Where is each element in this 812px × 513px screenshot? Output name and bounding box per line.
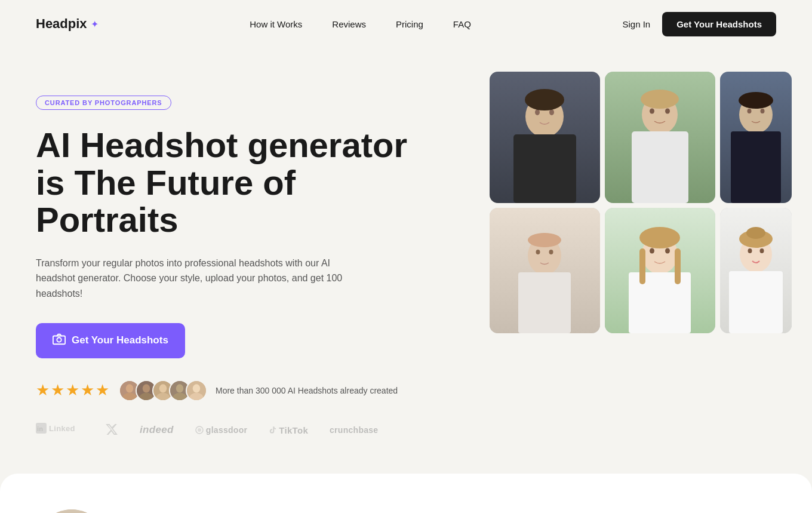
hero-description: Transform your regular photos into profe…: [36, 256, 370, 302]
social-proof-text: More than 300 000 AI Headshots already c…: [216, 386, 398, 395]
hero-title-line2: is The Future of Portraits: [36, 163, 296, 239]
logo-link[interactable]: Headpix ✦: [36, 16, 99, 32]
navbar: Headpix ✦ How it Works Reviews Pricing F…: [0, 0, 812, 48]
svg-rect-42: [518, 272, 571, 333]
hero-title: AI Headshot generator is The Future of P…: [36, 127, 442, 239]
hero-image-1: [490, 72, 600, 203]
svg-point-3: [126, 384, 133, 392]
avatar-group: [119, 380, 207, 401]
svg-rect-30: [632, 131, 688, 203]
svg-point-45: [528, 233, 561, 247]
nav-how-it-works[interactable]: How it Works: [250, 19, 302, 29]
svg-point-21: [198, 428, 201, 432]
camera-icon: [53, 333, 66, 349]
nav-cta-button[interactable]: Get Your Headshots: [662, 12, 776, 36]
social-proof-row: ★★★★★ More than 300 000 AI Headshot: [36, 380, 442, 401]
example-avatar: [36, 509, 107, 513]
svg-point-1: [57, 337, 61, 342]
svg-point-43: [536, 250, 540, 254]
svg-rect-24: [513, 134, 576, 203]
brand-indeed: indeed: [140, 424, 174, 436]
svg-point-25: [535, 109, 540, 115]
svg-point-49: [650, 248, 654, 254]
svg-point-58: [760, 248, 764, 253]
hero-section: CURATED BY PHOTOGRAPHERS AI Headshot gen…: [0, 48, 812, 462]
svg-point-27: [525, 89, 564, 110]
hero-image-3: [720, 72, 792, 203]
svg-point-15: [193, 384, 200, 392]
hero-content: CURATED BY PHOTOGRAPHERS AI Headshot gen…: [36, 84, 442, 438]
nav-links: How it Works Reviews Pricing FAQ: [250, 19, 471, 29]
brand-x: [105, 423, 118, 438]
hero-title-line1: AI Headshot generator: [36, 125, 407, 164]
hero-images: [490, 72, 776, 333]
hero-image-5: [605, 208, 715, 333]
svg-point-57: [748, 248, 752, 253]
svg-rect-52: [639, 248, 645, 284]
svg-rect-53: [675, 248, 681, 284]
brand-linkedin: inLinked: [36, 423, 84, 438]
svg-point-37: [748, 109, 752, 113]
brand-crunchbase: crunchbase: [330, 425, 378, 435]
svg-point-6: [143, 384, 150, 392]
svg-point-38: [761, 109, 765, 113]
nav-pricing[interactable]: Pricing: [396, 19, 423, 29]
svg-point-9: [159, 384, 167, 392]
nav-reviews[interactable]: Reviews: [332, 19, 366, 29]
hero-cta-button[interactable]: Get Your Headshots: [36, 323, 185, 358]
svg-point-33: [641, 90, 679, 109]
hero-image-4: [490, 208, 600, 333]
svg-rect-36: [731, 131, 781, 203]
hero-cta-label: Get Your Headshots: [72, 334, 168, 346]
nav-actions: Sign In Get Your Headshots: [622, 12, 776, 36]
brand-logos: inLinked indeed glassdoor TikTok crunchb…: [36, 423, 442, 438]
brand-glassdoor: glassdoor: [195, 425, 247, 435]
nav-faq[interactable]: FAQ: [453, 19, 471, 29]
sign-in-button[interactable]: Sign In: [622, 19, 650, 29]
svg-point-39: [739, 92, 773, 109]
logo-star-icon: ✦: [91, 19, 99, 30]
hero-image-2: [605, 72, 715, 203]
avatar-5: [186, 380, 207, 401]
image-grid: [490, 72, 776, 333]
logo-text: Headpix: [36, 16, 87, 32]
svg-point-61: [36, 509, 107, 513]
svg-point-31: [650, 109, 654, 114]
svg-point-26: [549, 109, 554, 115]
star-rating: ★★★★★: [36, 381, 110, 400]
badge: CURATED BY PHOTOGRAPHERS: [36, 96, 171, 110]
svg-point-12: [176, 384, 183, 392]
svg-text:in: in: [37, 425, 43, 432]
brand-tiktok: TikTok: [269, 425, 308, 435]
svg-point-32: [665, 109, 670, 114]
hero-image-6: [720, 208, 792, 333]
svg-point-60: [746, 227, 765, 239]
bottom-section: Examples of Generated AI Headshots: [0, 474, 812, 513]
svg-point-44: [549, 250, 553, 254]
svg-rect-56: [729, 271, 783, 333]
svg-rect-48: [629, 272, 691, 333]
svg-point-51: [639, 227, 680, 248]
examples-header: Examples of Generated AI Headshots: [36, 509, 776, 513]
svg-point-50: [665, 248, 670, 254]
svg-text:Linked: Linked: [49, 424, 75, 433]
